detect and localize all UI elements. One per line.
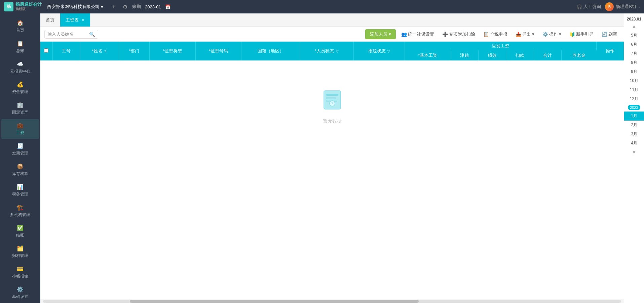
- header-status[interactable]: *人员状态 ▽: [300, 42, 354, 60]
- user-avatar: B: [605, 2, 614, 11]
- header-allowance: 津贴: [451, 50, 478, 60]
- header-checkbox[interactable]: [40, 42, 52, 60]
- tab-bar: 首页 工资表 ✕: [40, 13, 624, 27]
- search-icon: 🔍: [89, 32, 95, 37]
- export-label: 导出: [522, 31, 531, 37]
- header-id-type: *证型类型: [149, 42, 195, 60]
- sidebar-item-expense[interactable]: 💳 小畅报销: [1, 262, 39, 283]
- right-panel: 2023.01 ▲ 5月 6月 7月 8月 9月 10月 11月 12月 202…: [624, 13, 644, 303]
- svg-rect-1: [326, 94, 338, 96]
- tab-home-label: 首页: [46, 17, 54, 23]
- scroll-thumb[interactable]: [130, 300, 419, 303]
- tab-close-button[interactable]: ✕: [81, 18, 85, 23]
- svg-text:?: ?: [331, 102, 333, 105]
- calendar-icon[interactable]: 📅: [165, 4, 171, 9]
- header-emp-id: 工号: [52, 42, 80, 60]
- rp-month-7[interactable]: 7月: [624, 49, 644, 58]
- tab-payroll-table[interactable]: 工资表 ✕: [60, 13, 90, 27]
- sidebar-item-fund[interactable]: 💰 资金管理: [1, 78, 39, 98]
- header-name[interactable]: *姓名 ⇅: [80, 42, 119, 60]
- content-area: 首页 工资表 ✕ 🔍 添加人员 ▾ 👥 统一社保设置 ➕: [40, 13, 624, 303]
- header-status-label: *人员状态: [315, 48, 334, 53]
- settings-nav-icon: ⚙️: [17, 286, 24, 293]
- select-all-checkbox[interactable]: [44, 48, 48, 53]
- sidebar-item-close-period[interactable]: ✅ 结账: [1, 221, 39, 242]
- rp-month-6[interactable]: 6月: [624, 40, 644, 49]
- sidebar-item-settings[interactable]: ⚙️ 基础设置: [1, 283, 39, 303]
- name-sort-icon: ⇅: [104, 49, 107, 53]
- sidebar-item-tax[interactable]: 📊 税务管理: [1, 180, 39, 201]
- company-name: 西安虾米网络科技有限公司: [47, 4, 100, 10]
- header-dept: *部门: [119, 42, 149, 60]
- special-deduct-button[interactable]: ➕ 专项附加扣除: [440, 30, 478, 39]
- operations-button[interactable]: ⚙️ 操作 ▾: [540, 30, 564, 39]
- user-info[interactable]: B 畅理通B组...: [605, 2, 640, 11]
- sidebar-label-archive: 归档管理: [12, 253, 28, 259]
- support-button[interactable]: 🎧 人工咨询: [577, 4, 601, 10]
- settings-icon[interactable]: ⚙: [121, 2, 129, 11]
- sidebar-label-inventory: 库存核算: [12, 171, 28, 177]
- search-input[interactable]: [47, 32, 88, 37]
- sidebar-item-multi-org[interactable]: 🏗️ 多机构管理: [1, 201, 39, 221]
- guide-button[interactable]: 🔰 新手引导: [567, 30, 596, 39]
- tax-label: 个税申报: [490, 31, 507, 37]
- header-report-status[interactable]: 报送状态 ▽: [354, 42, 405, 60]
- logo-area: 畅 畅應通好会计 旗舰版: [4, 2, 42, 11]
- sidebar-item-home[interactable]: 🏠 首页: [1, 16, 39, 37]
- refresh-label: 刷新: [608, 31, 617, 37]
- sidebar-label-settings: 基础设置: [12, 294, 28, 300]
- headset-icon: 🎧: [577, 4, 582, 9]
- rp-nav-up[interactable]: ▲: [630, 22, 638, 31]
- add-company-button[interactable]: ＋: [109, 2, 118, 12]
- rp-month-8[interactable]: 8月: [624, 58, 644, 67]
- empty-state: ? 暂无数据: [40, 60, 624, 151]
- sidebar-label-payroll: 工资: [16, 130, 24, 136]
- header-right: 🎧 人工咨询 B 畅理通B组...: [577, 2, 640, 11]
- sidebar-item-invoice[interactable]: 🧾 发票管理: [1, 139, 39, 160]
- rp-month-3[interactable]: 3月: [624, 130, 644, 139]
- header-report-label: 报送状态: [368, 48, 386, 53]
- app-edition: 旗舰版: [15, 7, 42, 11]
- sidebar-item-payroll[interactable]: 💼 工资: [1, 119, 39, 139]
- toolbar: 🔍 添加人员 ▾ 👥 统一社保设置 ➕ 专项附加扣除 📋 个税申报 📤: [40, 27, 624, 42]
- header-salary-group: 应发工资: [405, 42, 596, 50]
- refresh-button[interactable]: 🔄 刷新: [599, 30, 620, 39]
- company-selector[interactable]: 西安虾米网络科技有限公司 ▾: [44, 2, 106, 11]
- sidebar-item-inventory[interactable]: 📦 库存核算: [1, 160, 39, 180]
- search-wrap: 🔍: [44, 30, 98, 39]
- scroll-track[interactable]: [43, 300, 621, 303]
- guide-toolbar-label: 新手引导: [576, 31, 594, 37]
- sidebar-label-fixed: 固定资产: [12, 110, 28, 115]
- sidebar-item-archive[interactable]: 🗂️ 归档管理: [1, 242, 39, 262]
- empty-icon: ?: [319, 87, 346, 114]
- header-basic-salary: *基本工资: [405, 50, 451, 60]
- social-settings-button[interactable]: 👥 统一社保设置: [399, 30, 437, 39]
- rp-month-10[interactable]: 10月: [624, 76, 644, 85]
- rp-month-4[interactable]: 4月: [624, 139, 644, 148]
- header-name-label: *姓名: [92, 48, 102, 53]
- sidebar-label-expense: 小畅报销: [12, 273, 28, 279]
- rp-nav-down[interactable]: ▼: [630, 148, 638, 157]
- personal-tax-button[interactable]: 📋 个税申报: [481, 30, 510, 39]
- sidebar-label-invoice: 发票管理: [12, 150, 28, 156]
- export-button[interactable]: 📤 导出 ▾: [513, 30, 537, 39]
- rp-month-11[interactable]: 11月: [624, 85, 644, 94]
- rp-month-5[interactable]: 5月: [624, 31, 644, 40]
- rp-month-9[interactable]: 9月: [624, 67, 644, 76]
- add-person-button[interactable]: 添加人员 ▾: [365, 29, 396, 39]
- rp-month-12[interactable]: 12月: [624, 94, 644, 103]
- empty-state-row: ? 暂无数据: [40, 60, 624, 151]
- deduct-icon: ➕: [442, 32, 448, 37]
- sidebar-label-ledger: 总账: [16, 48, 24, 54]
- support-label: 人工咨询: [583, 4, 601, 10]
- sidebar-item-ledger[interactable]: 📋 总账: [1, 37, 39, 57]
- ops-icon: ⚙️: [542, 32, 548, 37]
- payroll-icon: 💼: [17, 122, 24, 129]
- sidebar-label-close: 结账: [16, 232, 24, 238]
- rp-month-1[interactable]: 1月: [624, 112, 644, 121]
- rp-current-year[interactable]: 2023: [628, 105, 640, 110]
- rp-month-2[interactable]: 2月: [624, 121, 644, 130]
- sidebar-item-fixed-asset[interactable]: 🏢 固定资产: [1, 98, 39, 119]
- sidebar-item-cloud-report[interactable]: ☁️ 云报表中心: [1, 57, 39, 78]
- tab-home[interactable]: 首页: [40, 13, 60, 27]
